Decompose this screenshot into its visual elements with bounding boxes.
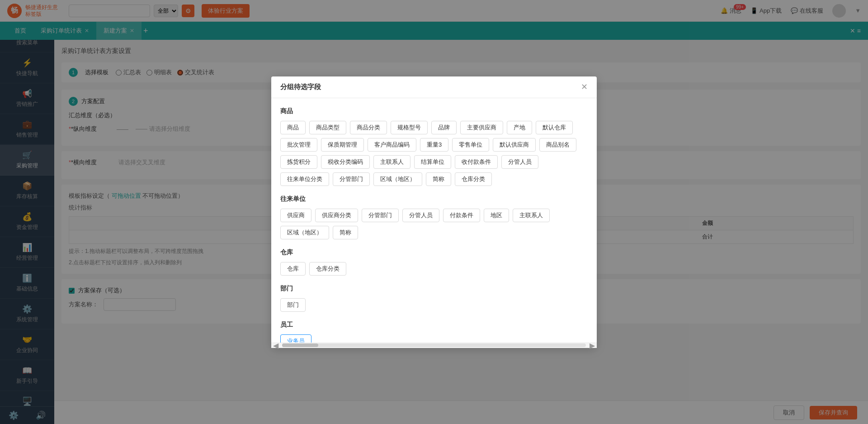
modal-dialog: 分组待选字段 ✕ 商品商品商品类型商品分类规格型号品牌主要供应商产地默认仓库批次… <box>271 76 597 348</box>
field-tag-0-9[interactable]: 保质期管理 <box>321 138 364 152</box>
field-tag-0-11[interactable]: 重量3 <box>420 138 448 152</box>
field-tag-0-15[interactable]: 拣货积分 <box>280 155 317 169</box>
field-tag-0-8[interactable]: 批次管理 <box>280 138 317 152</box>
field-tag-1-0[interactable]: 供应商 <box>280 209 311 222</box>
field-tag-0-22[interactable]: 分管部门 <box>333 172 370 186</box>
modal-section-title-4: 员工 <box>280 321 588 329</box>
modal-section-title-3: 部门 <box>280 285 588 293</box>
field-tag-4-0[interactable]: 业务员 <box>280 334 311 343</box>
field-tag-1-2[interactable]: 分管部门 <box>362 209 399 222</box>
field-tag-1-7[interactable]: 区域（地区） <box>280 226 329 239</box>
field-tag-0-16[interactable]: 税收分类编码 <box>321 155 370 169</box>
hscroll-left-arrow[interactable]: ◀ <box>271 341 280 350</box>
field-tag-1-6[interactable]: 主联系人 <box>513 209 550 222</box>
field-tag-1-3[interactable]: 分管人员 <box>402 209 439 222</box>
field-tag-0-21[interactable]: 往来单位分类 <box>280 172 329 186</box>
field-tag-0-2[interactable]: 商品分类 <box>350 121 387 134</box>
fields-grid-1: 供应商供应商分类分管部门分管人员付款条件地区主联系人区域（地区）简称 <box>280 209 588 239</box>
field-tag-0-24[interactable]: 简称 <box>426 172 451 186</box>
modal-overlay: 分组待选字段 ✕ 商品商品商品类型商品分类规格型号品牌主要供应商产地默认仓库批次… <box>0 0 868 424</box>
fields-grid-3: 部门 <box>280 298 588 312</box>
modal-section-title-0: 商品 <box>280 107 588 115</box>
field-tag-0-7[interactable]: 默认仓库 <box>536 121 573 134</box>
modal-hscroll[interactable]: ◀ ▶ <box>271 343 597 348</box>
field-tag-0-1[interactable]: 商品类型 <box>309 121 346 134</box>
field-tag-0-6[interactable]: 产地 <box>507 121 532 134</box>
field-tag-0-19[interactable]: 收付款条件 <box>455 155 498 169</box>
field-tag-0-5[interactable]: 主要供应商 <box>460 121 503 134</box>
field-tag-0-17[interactable]: 主联系人 <box>373 155 410 169</box>
fields-grid-0: 商品商品类型商品分类规格型号品牌主要供应商产地默认仓库批次管理保质期管理客户商品… <box>280 121 588 186</box>
field-tag-0-13[interactable]: 默认供应商 <box>493 138 536 152</box>
field-tag-0-14[interactable]: 商品别名 <box>539 138 576 152</box>
field-tag-0-3[interactable]: 规格型号 <box>391 121 428 134</box>
modal-body[interactable]: 商品商品商品类型商品分类规格型号品牌主要供应商产地默认仓库批次管理保质期管理客户… <box>271 98 597 343</box>
fields-grid-2: 仓库仓库分类 <box>280 262 588 276</box>
modal-section-title-2: 仓库 <box>280 248 588 257</box>
field-tag-1-4[interactable]: 付款条件 <box>443 209 480 222</box>
field-tag-0-4[interactable]: 品牌 <box>431 121 457 134</box>
field-tag-0-23[interactable]: 区域（地区） <box>373 172 422 186</box>
field-tag-3-0[interactable]: 部门 <box>280 298 306 312</box>
field-tag-2-1[interactable]: 仓库分类 <box>309 262 346 276</box>
hscroll-thumb[interactable] <box>282 343 318 347</box>
fields-grid-4: 业务员 <box>280 334 588 343</box>
field-tag-1-8[interactable]: 简称 <box>333 226 358 239</box>
field-tag-0-12[interactable]: 零售单位 <box>452 138 489 152</box>
modal-title: 分组待选字段 <box>280 83 321 91</box>
modal-header: 分组待选字段 ✕ <box>271 76 597 98</box>
field-tag-0-18[interactable]: 结算单位 <box>414 155 451 169</box>
modal-section-title-1: 往来单位 <box>280 195 588 203</box>
field-tag-0-25[interactable]: 仓库分类 <box>455 172 492 186</box>
modal-close-button[interactable]: ✕ <box>581 83 588 91</box>
hscroll-track <box>282 343 586 347</box>
hscroll-right-arrow[interactable]: ▶ <box>588 341 597 350</box>
field-tag-0-20[interactable]: 分管人员 <box>501 155 538 169</box>
field-tag-1-5[interactable]: 地区 <box>484 209 509 222</box>
field-tag-1-1[interactable]: 供应商分类 <box>315 209 358 222</box>
field-tag-0-0[interactable]: 商品 <box>280 121 306 134</box>
field-tag-2-0[interactable]: 仓库 <box>280 262 306 276</box>
field-tag-0-10[interactable]: 客户商品编码 <box>368 138 416 152</box>
